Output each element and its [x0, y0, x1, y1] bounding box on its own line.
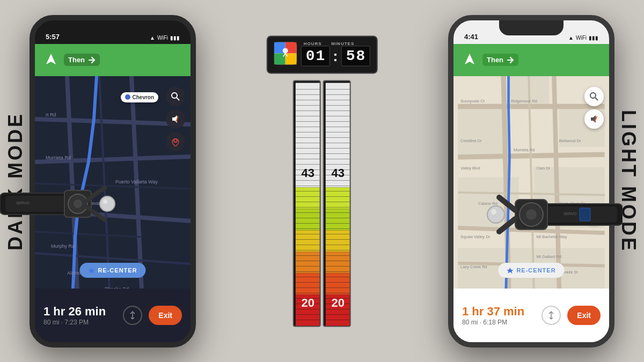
bottom-bar-right: 1 hr 37 min 80 mi · 6:18 PM Exit	[453, 289, 609, 342]
status-time-right: 4:41	[464, 33, 478, 41]
minutes-digit-1: 5	[346, 48, 355, 63]
light-mode-phone-wrapper: 4:41 ▲ WiFi ▮▮▮ Then	[448, 15, 614, 348]
svg-rect-34	[296, 209, 320, 230]
svg-text:Murrieta Rd: Murrieta Rd	[514, 147, 535, 152]
exit-button-left[interactable]: Exit	[149, 306, 182, 325]
minutes-digit-2: 8	[356, 48, 365, 63]
location-button-left[interactable]	[166, 132, 185, 151]
recenter-text-right: RE-CENTER	[516, 267, 555, 274]
status-icons-right: ▲ WiFi ▮▮▮	[568, 35, 598, 41]
svg-marker-173	[590, 213, 598, 216]
svg-rect-30	[286, 54, 297, 65]
battery-icon-right: ▮▮▮	[589, 35, 598, 41]
wifi-icon-left: WiFi	[157, 35, 168, 41]
svg-text:rt Rd: rt Rd	[46, 112, 56, 117]
nav-header-left: Then	[35, 44, 191, 76]
svg-marker-138	[465, 54, 474, 64]
battery-icon-left: ▮▮▮	[170, 35, 180, 41]
svg-point-21	[172, 93, 177, 98]
pin-label: Chevron	[133, 94, 155, 100]
phone-notch-right	[499, 20, 564, 35]
svg-marker-0	[46, 54, 56, 64]
search-button-right[interactable]	[584, 87, 604, 106]
svg-text:Baldy Peak Dr: Baldy Peak Dr	[559, 201, 586, 206]
svg-text:Squaw Valley Dr: Squaw Valley Dr	[460, 234, 491, 239]
dark-map[interactable]: rt Rd Murrieta Rd Puerto Vallarta Way Ca…	[35, 76, 191, 289]
sound-button-right[interactable]	[584, 109, 604, 129]
timer-colon: :	[331, 47, 340, 64]
dark-mode-phone-wrapper: 5:57 ▲ WiFi ▮▮▮ Then	[30, 15, 196, 348]
timer-header: HOURS MINUTES 0 1 : 5 8	[274, 41, 370, 66]
recenter-button-left[interactable]: RE-CENTER	[79, 263, 145, 278]
svg-rect-90	[326, 273, 350, 294]
search-button-left[interactable]	[166, 87, 185, 106]
battery-bar-right: 43 20	[323, 80, 351, 327]
bottom-actions-left: Exit	[123, 306, 182, 325]
fork-icon-left[interactable]	[123, 306, 142, 325]
svg-text:Crestline Dr: Crestline Dr	[460, 138, 482, 143]
nav-up-arrow-right	[462, 53, 477, 68]
svg-text:Caravan Ct: Caravan Ct	[83, 201, 108, 206]
svg-text:Bellwood Dr: Bellwood Dr	[559, 138, 581, 143]
recenter-text-left: RE-CENTER	[98, 267, 137, 274]
nav-header-right: Then	[453, 44, 609, 76]
exit-button-right[interactable]: Exit	[567, 306, 601, 325]
svg-text:Sunnyvale Ct: Sunnyvale Ct	[460, 99, 485, 104]
svg-point-31	[283, 48, 288, 54]
eta-duration-right: 1 hr 37 min	[462, 305, 524, 319]
svg-line-170	[595, 98, 598, 100]
bottom-bar-left: 1 hr 26 min 80 mi · 7:23 PM Exit	[35, 289, 191, 342]
svg-text:Ridgemoor Rd: Ridgemoor Rd	[511, 99, 537, 104]
svg-point-169	[590, 93, 596, 98]
svg-marker-25	[88, 268, 94, 274]
pin-dot	[125, 94, 130, 100]
svg-text:43: 43	[302, 166, 314, 179]
bottom-actions-right: Exit	[541, 306, 601, 325]
hours-label: HOURS	[301, 41, 325, 46]
wifi-icon-right: WiFi	[576, 35, 587, 41]
eta-detail-left: 80 mi · 7:23 PM	[43, 319, 106, 326]
dark-mode-label: DARK MODE	[4, 112, 27, 250]
svg-rect-88	[326, 230, 350, 252]
nav-up-arrow-left	[43, 53, 58, 68]
then-label-right: Then	[487, 56, 503, 64]
minutes-label: MINUTES	[331, 41, 355, 46]
then-label-left: Then	[68, 56, 85, 64]
timer-labels-wrapper: HOURS MINUTES 0 1 : 5 8	[301, 41, 370, 66]
light-map[interactable]: Sunnyvale Ct Ridgemoor Rd Bellwood Dr Mu…	[453, 76, 609, 289]
svg-rect-86	[326, 187, 350, 209]
svg-rect-29	[274, 54, 286, 65]
svg-text:Alamo: Alamo	[67, 270, 81, 276]
main-container: DARK MODE LIGHT MODE 5:57 ▲ WiFi ▮▮▮	[0, 0, 644, 362]
svg-rect-33	[296, 187, 320, 209]
dark-mode-phone: 5:57 ▲ WiFi ▮▮▮ Then	[30, 15, 196, 348]
svg-rect-87	[326, 209, 350, 230]
sound-button-left[interactable]	[166, 109, 185, 129]
recenter-button-right[interactable]: RE-CENTER	[498, 263, 564, 278]
svg-text:Cam Dr: Cam Dr	[536, 166, 550, 171]
hours-digit-1: 0	[306, 48, 315, 63]
center-panel: HOURS MINUTES 0 1 : 5 8	[267, 35, 378, 327]
battery-bar-left: 43 20	[293, 80, 321, 327]
compass-button-right[interactable]	[584, 205, 604, 224]
timer-display: 0 1 : 5 8	[301, 46, 370, 66]
minutes-display: 5 8	[341, 46, 370, 66]
svg-text:Lazy Creek Rd: Lazy Creek Rd	[460, 264, 487, 269]
svg-rect-37	[296, 273, 320, 294]
signal-icon-left: ▲	[150, 35, 155, 41]
svg-text:20: 20	[332, 295, 345, 309]
eta-info-right: 1 hr 37 min 80 mi · 6:18 PM	[462, 305, 524, 326]
fork-icon-right[interactable]	[541, 306, 561, 325]
eta-detail-right: 80 mi · 6:18 PM	[462, 319, 524, 326]
then-badge-left: Then	[64, 54, 100, 66]
eta-info-left: 1 hr 26 min 80 mi · 7:23 PM	[43, 305, 106, 326]
hours-digit-2: 1	[316, 48, 325, 63]
battery-bars: 43 20	[293, 80, 351, 327]
google-maps-icon	[274, 42, 297, 65]
light-mode-label: LIGHT MODE	[617, 110, 640, 253]
svg-text:43: 43	[332, 166, 345, 179]
svg-text:Murrieta Rd: Murrieta Rd	[46, 155, 71, 160]
eta-duration-left: 1 hr 26 min	[43, 305, 106, 319]
status-time-left: 5:57	[46, 33, 60, 41]
hours-display: 0 1	[301, 46, 330, 66]
